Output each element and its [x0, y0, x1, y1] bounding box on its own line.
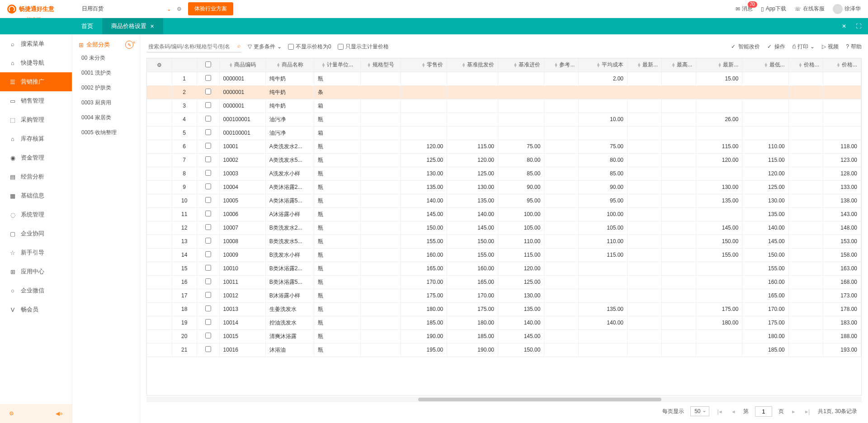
cell-retail[interactable]: 170.00 [401, 275, 447, 289]
cell-avg[interactable] [579, 289, 627, 302]
edit-icon[interactable]: ✎ [125, 41, 133, 49]
row-checkbox[interactable] [205, 129, 211, 135]
nav-item-7[interactable]: ▤经营分析 [0, 167, 72, 186]
cell-retail[interactable]: 185.00 [401, 316, 447, 329]
cell-p1[interactable] [788, 302, 823, 316]
cell-unit[interactable]: 瓶 [314, 194, 360, 207]
cell-new1[interactable] [627, 316, 662, 329]
cell-code[interactable]: 10002 [219, 153, 265, 167]
page-size-select[interactable]: 50 [690, 406, 709, 416]
cell-code[interactable]: 10006 [219, 207, 265, 221]
cell-code[interactable]: 10009 [219, 248, 265, 262]
cell-low[interactable]: 185.00 [742, 343, 788, 357]
cell-retail[interactable]: 165.00 [401, 262, 447, 275]
help-button[interactable]: ?帮助 [846, 43, 862, 51]
cell-cost[interactable]: 110.00 [498, 235, 544, 248]
cell-new1[interactable] [627, 221, 662, 235]
cell-wholesale[interactable]: 175.00 [447, 302, 498, 316]
category-item[interactable]: 0001 洗护类 [75, 66, 137, 80]
cell-code[interactable]: 10012 [219, 289, 265, 302]
cell-name[interactable]: B类洗发水2... [265, 221, 314, 235]
cell-code[interactable]: 0000001 [219, 85, 265, 99]
cell-low[interactable]: 120.00 [742, 167, 788, 180]
cell-high[interactable] [662, 72, 696, 85]
table-row[interactable]: 20000001纯牛奶条 [147, 85, 861, 99]
cell-new2[interactable]: 26.00 [696, 113, 742, 126]
cell-spec[interactable] [360, 113, 401, 126]
cell-new2[interactable]: 180.00 [696, 316, 742, 329]
gear-icon[interactable]: ⚙ [177, 6, 182, 12]
cell-spec[interactable] [360, 72, 401, 85]
cell-cost[interactable]: 115.00 [498, 248, 544, 262]
cell-retail[interactable] [401, 113, 447, 126]
nav-item-8[interactable]: ▦基础信息 [0, 186, 72, 205]
cell-retail[interactable]: 135.00 [401, 180, 447, 194]
row-checkbox[interactable] [205, 197, 211, 203]
cell-ref[interactable] [544, 126, 579, 140]
cell-high[interactable] [662, 113, 696, 126]
more-conditions-button[interactable]: ▽ 更多条件 ⌄ [248, 43, 282, 51]
cell-new2[interactable] [696, 289, 742, 302]
cell-new1[interactable] [627, 275, 662, 289]
cell-avg[interactable]: 105.00 [579, 221, 627, 235]
table-row[interactable]: 10000001纯牛奶瓶2.0015.00 [147, 72, 861, 85]
cell-low[interactable]: 175.00 [742, 316, 788, 329]
cell-new2[interactable]: 130.00 [696, 180, 742, 194]
cell-spec[interactable] [360, 316, 401, 329]
cell-new2[interactable] [696, 167, 742, 180]
cell-unit[interactable]: 瓶 [314, 180, 360, 194]
cell-p1[interactable] [788, 113, 823, 126]
cell-retail[interactable]: 145.00 [401, 207, 447, 221]
cell-retail[interactable] [401, 85, 447, 99]
cell-ref[interactable] [544, 302, 579, 316]
col-spec[interactable]: ▲▼规格型号 [360, 58, 401, 72]
cell-low[interactable]: 110.00 [742, 140, 788, 153]
cell-new2[interactable] [696, 262, 742, 275]
cell-high[interactable] [662, 248, 696, 262]
cell-spec[interactable] [360, 126, 401, 140]
cell-new2[interactable]: 120.00 [696, 153, 742, 167]
cell-code[interactable]: 0000001 [219, 99, 265, 113]
cell-new1[interactable] [627, 302, 662, 316]
column-settings-header[interactable]: ⚙ [147, 58, 172, 72]
cell-p2[interactable]: 148.00 [823, 221, 861, 235]
table-row[interactable]: 710002A类洗发水5...瓶125.00120.0080.0080.0012… [147, 153, 861, 167]
row-checkbox[interactable] [205, 156, 211, 162]
cell-name[interactable]: B沐浴露小样 [265, 289, 314, 302]
cell-high[interactable] [662, 126, 696, 140]
cell-new2[interactable]: 150.00 [696, 235, 742, 248]
cell-p1[interactable] [788, 126, 823, 140]
cell-wholesale[interactable] [447, 72, 498, 85]
cell-code[interactable]: 000100001 [219, 113, 265, 126]
cell-high[interactable] [662, 207, 696, 221]
cell-low[interactable] [742, 85, 788, 99]
cell-new2[interactable] [696, 126, 742, 140]
cell-low[interactable] [742, 126, 788, 140]
cell-code[interactable]: 10005 [219, 194, 265, 207]
cell-p2[interactable] [823, 99, 861, 113]
table-row[interactable]: 1410009B洗发水小样瓶160.00155.00115.00115.0015… [147, 248, 861, 262]
cell-new1[interactable] [627, 72, 662, 85]
col-code[interactable]: ▲▼商品编码 [219, 58, 265, 72]
prev-page-icon[interactable]: ◂ [730, 407, 737, 416]
cell-new2[interactable] [696, 85, 742, 99]
cell-high[interactable] [662, 262, 696, 275]
cell-avg[interactable] [579, 126, 627, 140]
cell-avg[interactable]: 85.00 [579, 167, 627, 180]
close-icon[interactable]: ✕ [150, 24, 154, 29]
cell-low[interactable]: 115.00 [742, 153, 788, 167]
cell-p1[interactable] [788, 262, 823, 275]
cell-ref[interactable] [544, 235, 579, 248]
cell-cost[interactable]: 95.00 [498, 194, 544, 207]
cell-avg[interactable]: 115.00 [579, 248, 627, 262]
cell-name[interactable]: 生姜洗发水 [265, 302, 314, 316]
select-all-header[interactable] [197, 58, 219, 72]
cell-new1[interactable] [627, 167, 662, 180]
cell-low[interactable]: 135.00 [742, 207, 788, 221]
cell-retail[interactable]: 155.00 [401, 235, 447, 248]
cell-p2[interactable]: 123.00 [823, 153, 861, 167]
cell-new1[interactable] [627, 343, 662, 357]
col-new2[interactable]: ▲▼最新... [696, 58, 742, 72]
cell-avg[interactable] [579, 275, 627, 289]
cell-spec[interactable] [360, 140, 401, 153]
